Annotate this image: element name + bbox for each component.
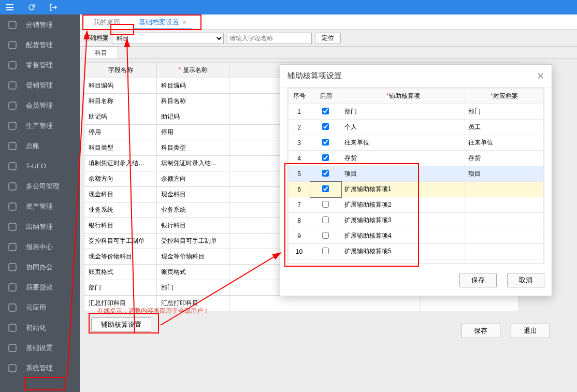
report-icon — [7, 242, 18, 252]
svg-rect-16 — [9, 344, 16, 352]
cell-aux-item: 扩展辅助核算项2 — [341, 197, 465, 213]
exit-button[interactable]: 退出 — [511, 324, 550, 338]
cell-seq: 1 — [288, 104, 310, 120]
enable-checkbox[interactable] — [322, 263, 329, 264]
sidebar-item-system[interactable]: 系统管理 — [0, 358, 80, 378]
svg-rect-15 — [9, 324, 16, 331]
logout-icon[interactable] — [49, 3, 58, 12]
aux-settings-button[interactable]: 辅助核算设置 — [91, 317, 151, 332]
sidebar-item-label: 总账 — [26, 141, 39, 151]
enable-checkbox[interactable] — [322, 139, 329, 146]
cell-display: 余额方向 — [157, 171, 229, 187]
sidebar-item-cashier[interactable]: 出纳管理 — [0, 216, 80, 237]
required-star-icon: * — [178, 66, 182, 74]
enable-checkbox[interactable] — [322, 201, 329, 208]
cell-field: 账页格式 — [84, 265, 157, 280]
modal-table-row[interactable]: 10扩展辅助核算项5 — [288, 244, 544, 259]
enable-checkbox[interactable] — [322, 216, 329, 223]
enable-checkbox[interactable] — [322, 108, 329, 114]
cell-enable — [310, 104, 341, 120]
sidebar-item-tufo[interactable]: T-UFO — [0, 156, 80, 176]
cell-file: 存货 — [465, 151, 544, 166]
sidebar-item-shipping[interactable]: 配货管理 — [0, 35, 80, 55]
menu-icon[interactable] — [5, 3, 15, 12]
sidebar-item-collab[interactable]: 协同办公 — [0, 257, 80, 277]
enable-checkbox[interactable] — [322, 232, 329, 239]
enable-checkbox[interactable] — [322, 248, 329, 254]
close-icon[interactable]: ✕ — [537, 70, 544, 82]
collab-icon — [7, 262, 18, 272]
sidebar-item-init[interactable]: 初始化 — [0, 317, 80, 338]
cell-aux-item: 扩展辅助核算项3 — [341, 213, 465, 228]
modal-table-row[interactable]: 11扩展辅助核算项6 — [288, 259, 544, 264]
close-icon[interactable]: × — [182, 18, 186, 26]
enable-checkbox[interactable] — [322, 154, 329, 161]
modal-table-row[interactable]: 2个人员工 — [288, 120, 544, 135]
cell-enable — [310, 213, 341, 228]
sidebar-item-cloud[interactable]: 云应用 — [0, 297, 80, 317]
filter-select[interactable]: 科目 — [112, 33, 224, 44]
svg-rect-4 — [9, 102, 16, 109]
cell-aux-item: 存货 — [341, 151, 465, 166]
save-button[interactable]: 保存 — [461, 324, 500, 338]
modal-table-row[interactable]: 3往来单位往来单位 — [288, 135, 544, 151]
enable-checkbox[interactable] — [322, 123, 329, 130]
modal-save-button[interactable]: 保存 — [459, 273, 497, 287]
cell-enable — [310, 228, 341, 244]
loan-icon — [7, 282, 18, 293]
locate-button[interactable]: 定位 — [315, 33, 341, 44]
refresh-icon[interactable] — [27, 3, 36, 12]
sidebar-item-ledger[interactable]: 总账 — [0, 136, 80, 156]
cell-display: 受控科目可手工制单 — [157, 234, 229, 249]
modal-table-header: *对应档案 — [465, 89, 544, 104]
modal-table-row[interactable]: 4存货存货 — [288, 151, 544, 166]
cell-enable — [310, 151, 341, 166]
modal-table-row[interactable]: 7扩展辅助核算项2 — [288, 197, 544, 213]
sidebar-item-asset[interactable]: 资产管理 — [0, 196, 80, 216]
svg-rect-17 — [9, 365, 16, 372]
sidebar-item-multicompany[interactable]: 多公司管理 — [0, 176, 80, 196]
system-icon — [7, 363, 18, 373]
sidebar-item-distribution[interactable]: 分销管理 — [0, 14, 80, 35]
modal-table-row[interactable]: 5项目项目 — [288, 166, 544, 182]
tab-active[interactable]: 基础档案设置× — [129, 14, 196, 30]
sidebar-item-label: 生产管理 — [26, 121, 53, 130]
cell-file — [465, 182, 544, 197]
filter-input[interactable] — [227, 33, 312, 44]
modal-table-row[interactable]: 6扩展辅助核算项1 — [288, 182, 544, 197]
tab-item[interactable]: 我的桌面 — [84, 14, 129, 30]
modal-cancel-button[interactable]: 取消 — [507, 273, 544, 287]
modal-table-row[interactable]: 1部门部门 — [288, 104, 544, 120]
sidebar-item-basicsettings[interactable]: 基础设置 — [0, 338, 80, 358]
cell-file — [465, 259, 544, 264]
cell-seq: 4 — [288, 151, 310, 166]
sidebar-item-label: 出纳管理 — [26, 222, 53, 231]
modal-table-row[interactable]: 8扩展辅助核算项3 — [288, 213, 544, 228]
svg-rect-9 — [9, 203, 16, 210]
cell-aux-item: 扩展辅助核算项4 — [341, 228, 465, 244]
production-icon — [7, 121, 18, 131]
modal-table-row[interactable]: 9扩展辅助核算项4 — [288, 228, 544, 244]
cell-aux-item: 部门 — [341, 104, 465, 120]
modal-table: 序号启用*辅助核算项*对应档案1部门部门2个人员工3往来单位往来单位4存货存货5… — [288, 88, 544, 264]
sidebar-item-promotion[interactable]: 促销管理 — [0, 75, 80, 95]
subtab-item[interactable]: 科目 — [84, 47, 118, 59]
sidebar-item-report[interactable]: 报表中心 — [0, 237, 80, 257]
enable-checkbox[interactable] — [322, 170, 329, 177]
filter-label: 基础档案 — [84, 34, 109, 42]
sidebar-item-loan[interactable]: 我要贷款 — [0, 277, 80, 297]
sidebar-item-member[interactable]: 会员管理 — [0, 95, 80, 115]
cashier-icon — [7, 222, 18, 232]
cell-file: 员工 — [465, 120, 544, 135]
sidebar-item-retail[interactable]: 零售管理 — [0, 55, 80, 75]
enable-checkbox[interactable] — [322, 185, 329, 192]
cell-field: 填制凭证时录入结… — [84, 156, 157, 171]
cell-field: 科目名称 — [84, 94, 157, 109]
sidebar-item-production[interactable]: 生产管理 — [0, 115, 80, 136]
cell-file: 部门 — [465, 104, 544, 120]
tip-line: 在线提示：调整内容将应用于全部用户！ — [97, 307, 209, 315]
cell-display: 科目编码 — [157, 78, 229, 94]
cell-enable — [310, 182, 341, 197]
cell-display: 银行科目 — [157, 218, 229, 234]
svg-rect-0 — [9, 21, 16, 28]
